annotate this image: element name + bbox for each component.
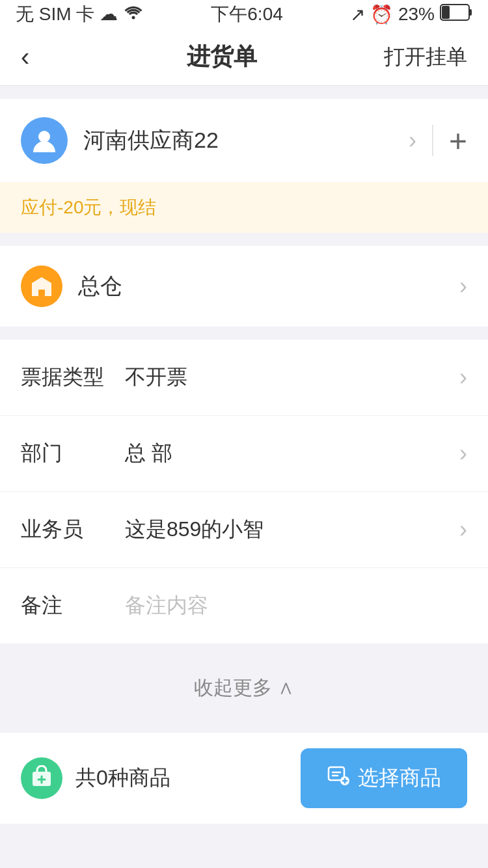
- nav-bar: ‹ 进货单 打开挂单: [0, 29, 488, 86]
- section-divider-1: [0, 86, 488, 99]
- select-product-label: 选择商品: [358, 764, 441, 793]
- remark-row[interactable]: 备注 备注内容: [0, 568, 488, 644]
- invoice-type-chevron-icon: ›: [459, 364, 467, 391]
- invoice-type-label: 票据类型: [21, 363, 112, 392]
- back-button[interactable]: ‹: [21, 42, 60, 72]
- department-label: 部门: [21, 439, 112, 468]
- wifi-icon: [123, 4, 144, 25]
- supplier-avatar: [21, 117, 68, 164]
- warehouse-chevron-icon: ›: [459, 273, 467, 300]
- salesperson-row[interactable]: 业务员 这是859的小智 ›: [0, 492, 488, 568]
- svg-point-4: [38, 131, 50, 142]
- notice-text: 应付-20元，现结: [21, 197, 156, 217]
- alarm-icon: ⏰: [370, 4, 393, 25]
- remark-input[interactable]: 备注内容: [112, 591, 467, 620]
- battery-text: 23%: [398, 4, 435, 25]
- supplier-chevron-icon: ›: [409, 127, 416, 154]
- supplier-row[interactable]: 河南供应商22 › +: [0, 99, 488, 182]
- salesperson-value: 这是859的小智: [112, 515, 459, 544]
- invoice-type-row[interactable]: 票据类型 不开票 ›: [0, 340, 488, 416]
- svg-rect-2: [442, 6, 450, 19]
- product-icon: [21, 757, 62, 799]
- salesperson-label: 业务员: [21, 515, 112, 544]
- battery-icon: [440, 4, 472, 25]
- department-value: 总 部: [112, 439, 459, 468]
- divider: [432, 125, 433, 156]
- product-count-text: 共0种商品: [75, 764, 301, 793]
- notice-bar: 应付-20元，现结: [0, 182, 488, 233]
- salesperson-chevron-icon: ›: [459, 516, 467, 543]
- department-row[interactable]: 部门 总 部 ›: [0, 416, 488, 492]
- signal-text: 无 SIM 卡 ☁: [16, 2, 118, 27]
- collapse-label: 收起更多 ∧: [194, 677, 293, 698]
- open-pending-button[interactable]: 打开挂单: [384, 43, 467, 72]
- location-icon: ↗: [350, 4, 365, 25]
- page-background: [0, 824, 488, 868]
- svg-rect-3: [469, 9, 472, 16]
- status-right: ↗ ⏰ 23%: [350, 4, 472, 25]
- add-supplier-button[interactable]: +: [449, 123, 467, 159]
- page-title: 进货单: [187, 41, 257, 73]
- svg-rect-5: [38, 290, 45, 296]
- warehouse-name: 总仓: [78, 271, 459, 301]
- collapse-row[interactable]: 收起更多 ∧: [0, 657, 488, 720]
- supplier-name: 河南供应商22: [83, 126, 409, 156]
- select-product-icon: [327, 764, 350, 793]
- svg-point-0: [132, 16, 135, 20]
- remark-label: 备注: [21, 591, 112, 620]
- bottom-bar: 共0种商品 选择商品: [0, 733, 488, 824]
- status-left: 无 SIM 卡 ☁: [16, 2, 144, 27]
- select-product-button[interactable]: 选择商品: [301, 748, 467, 808]
- department-chevron-icon: ›: [459, 440, 467, 467]
- warehouse-row[interactable]: 总仓 ›: [0, 246, 488, 327]
- status-bar: 无 SIM 卡 ☁ 下午6:04 ↗ ⏰ 23%: [0, 0, 488, 29]
- warehouse-icon: [21, 265, 62, 307]
- status-time: 下午6:04: [211, 2, 283, 27]
- supplier-section: 河南供应商22 › + 应付-20元，现结: [0, 99, 488, 233]
- form-section: 票据类型 不开票 › 部门 总 部 › 业务员 这是859的小智 › 备注 备注…: [0, 340, 488, 644]
- invoice-type-value: 不开票: [112, 363, 459, 392]
